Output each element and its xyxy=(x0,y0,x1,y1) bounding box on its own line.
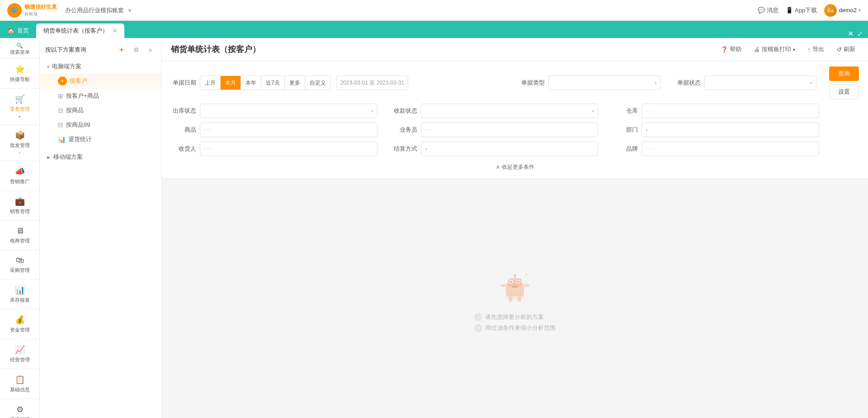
sidebar-item-inventory[interactable]: 📊 库存核算 xyxy=(0,280,39,309)
receiver-field[interactable]: ··· xyxy=(200,142,377,156)
header-left: 🐦 畅捷信好生意 标账版 办公用品行业模拟账套 ▾ xyxy=(7,3,131,18)
payment-label: 收款状态 xyxy=(392,107,417,115)
sidebar-search[interactable]: 🔍 搜索菜单 xyxy=(0,38,39,59)
print-dropdown-icon: ▾ xyxy=(793,47,795,52)
doc-type-arrow-icon: ▾ xyxy=(655,81,657,86)
svg-rect-11 xyxy=(524,284,529,287)
system-title: 办公用品行业模拟账套 xyxy=(65,6,124,14)
tab-close-icon[interactable]: ✕ xyxy=(113,28,117,34)
sidebar-item-finance[interactable]: 💰 资金管理 xyxy=(0,309,39,339)
window-close-icon[interactable]: ✕ xyxy=(848,29,854,38)
sidebar-item-marketing[interactable]: 📣 营销推广 xyxy=(0,161,39,191)
scheme-by-product[interactable]: ⊟ 按商品 xyxy=(40,103,161,118)
desktop-scheme-group: ▾ 电脑端方案 ● 按客户 ⊞ 按客户+商品 ⊟ 按商品 ⊟ 按商品99 📊 xyxy=(40,58,161,148)
empty-state-icon: ✦ ✦ xyxy=(492,262,538,308)
tab-sales-by-customer[interactable]: 销货单统计表（按客户） ✕ xyxy=(36,24,124,38)
salesperson-label: 业务员 xyxy=(392,126,417,134)
date-tab-current-year[interactable]: 本年 xyxy=(241,76,261,90)
avatar: Ea xyxy=(824,4,837,17)
svg-rect-13 xyxy=(518,296,521,302)
mobile-arrow-icon: ▶ xyxy=(47,155,51,160)
date-group: 上月 本月 本年 近7天 更多 自定义 xyxy=(200,76,331,90)
user-dropdown-icon: ▾ xyxy=(859,8,861,13)
empty-state: ✦ ✦ 1 请先选择要分析的方案 2 用过滤条件来缩小分析范围 xyxy=(474,262,556,335)
user-menu[interactable]: Ea demo2 ▾ xyxy=(824,4,861,17)
collapse-icon: ∧ xyxy=(496,164,500,170)
scheme-by-customer[interactable]: ● 按客户 xyxy=(40,73,161,89)
app-download-button[interactable]: 📱 App下载 xyxy=(786,6,817,14)
add-scheme-button[interactable]: + xyxy=(116,44,127,55)
doc-type-field[interactable]: ▾ xyxy=(548,76,660,90)
scheme-by-customer-product[interactable]: ⊞ 按客户+商品 xyxy=(40,89,161,103)
date-range-display[interactable]: 2023-03-01 至 2023-03-31 xyxy=(336,76,408,90)
help-button[interactable]: ❓ 帮助 xyxy=(717,43,745,55)
sidebar-item-basic[interactable]: 📋 基础信息 xyxy=(0,369,39,399)
home-icon: 🏠 xyxy=(7,28,14,34)
payment-field[interactable]: ▾ xyxy=(421,104,599,118)
header-right: 💬 消息 📱 App下载 Ea demo2 ▾ xyxy=(758,4,861,17)
date-tab-last-month[interactable]: 上月 xyxy=(200,76,221,90)
product-label: 商品 xyxy=(171,126,196,134)
warehouse-field[interactable]: ··· xyxy=(642,104,819,118)
doc-status-arrow-icon: ▾ xyxy=(810,81,812,86)
mobile-scheme-parent[interactable]: ▶ 移动端方案 xyxy=(40,150,161,164)
query-button[interactable]: 查询 xyxy=(829,66,859,81)
scheme-settings-button[interactable]: ⚙ xyxy=(131,44,142,55)
scheme-return-stats[interactable]: 📊 退货统计 xyxy=(40,132,161,147)
collapse-panel-button[interactable]: « xyxy=(145,44,156,55)
settlement-field[interactable]: ▾ xyxy=(421,142,599,156)
refresh-button[interactable]: ↺ 刷新 xyxy=(833,43,859,55)
sidebar-quick-nav[interactable]: ⭐ 快捷导航 xyxy=(0,59,39,89)
date-tab-custom[interactable]: 自定义 xyxy=(305,76,330,90)
content-area: 销货单统计表（按客户） ❓ 帮助 🖨 按模板打印 ▾ ↑ 导出 ↺ 刷新 xyxy=(162,38,868,418)
department-arrow-icon: ▾ xyxy=(646,128,648,133)
product-field[interactable]: ··· xyxy=(200,123,377,137)
svg-point-5 xyxy=(510,281,512,283)
filter-row-2: 出库状态 ▾ 收款状态 ▾ 仓库 ··· xyxy=(171,104,859,118)
scheme-by-product-99[interactable]: ⊟ 按商品99 xyxy=(40,118,161,132)
message-button[interactable]: 💬 消息 xyxy=(758,6,778,14)
brand-field[interactable]: ··· xyxy=(642,142,819,156)
main-layout: 🔍 搜索菜单 ⭐ 快捷导航 🛒 零售管理 ▾ 📦 批发管理 ▾ 📣 营销推广 💼… xyxy=(0,38,868,418)
export-button[interactable]: ↑ 导出 xyxy=(804,43,828,55)
sidebar-item-operations[interactable]: 📈 经营管理 xyxy=(0,339,39,369)
date-tab-last-7-days[interactable]: 近7天 xyxy=(261,76,285,90)
empty-tip-1: 1 请先选择要分析的方案 xyxy=(474,313,556,321)
sidebar-item-purchase[interactable]: 🛍 采购管理 xyxy=(0,250,39,280)
collapse-filter-button[interactable]: ∧ 收起更多条件 xyxy=(171,161,859,173)
salesperson-more-icon: ··· xyxy=(425,126,434,134)
date-tab-current-month[interactable]: 本月 xyxy=(221,76,241,90)
tab-home[interactable]: 🏠 首页 xyxy=(0,24,36,38)
sidebar-item-ecommerce[interactable]: 🖥 电商管理 xyxy=(0,221,39,250)
window-maximize-icon[interactable]: ⤢ xyxy=(857,30,863,38)
salesperson-field[interactable]: ··· xyxy=(421,123,599,137)
svg-point-6 xyxy=(518,281,519,283)
dropdown-arrow-icon[interactable]: ▾ xyxy=(128,7,131,14)
download-icon: 📱 xyxy=(786,7,793,14)
department-field[interactable]: ▾ xyxy=(642,123,819,137)
page-actions: ❓ 帮助 🖨 按模板打印 ▾ ↑ 导出 ↺ 刷新 xyxy=(717,43,859,61)
warehouse-more-icon: ··· xyxy=(646,107,654,115)
doc-status-field[interactable]: ▾ xyxy=(704,76,816,90)
desktop-scheme-parent[interactable]: ▾ 电脑端方案 xyxy=(40,60,161,73)
outbound-field[interactable]: ▾ xyxy=(200,104,377,118)
date-tab-more[interactable]: 更多 xyxy=(285,76,305,90)
filter-row-1: 单据日期 上月 本月 本年 近7天 更多 自定义 2023-03-01 至 20… xyxy=(171,66,859,99)
sidebar-item-wholesale[interactable]: 📦 批发管理 ▾ xyxy=(0,125,39,161)
payment-arrow-icon: ▾ xyxy=(592,109,594,114)
filter-area: 单据日期 上月 本月 本年 近7天 更多 自定义 2023-03-01 至 20… xyxy=(162,61,868,179)
svg-rect-7 xyxy=(512,286,518,288)
doc-status-label: 单据状态 xyxy=(675,79,701,87)
svg-text:✦: ✦ xyxy=(525,273,528,277)
top-header: 🐦 畅捷信好生意 标账版 办公用品行业模拟账套 ▾ 💬 消息 📱 App下载 E… xyxy=(0,0,868,21)
settlement-label: 结算方式 xyxy=(392,145,417,153)
sidebar-item-sales[interactable]: 💼 销售管理 xyxy=(0,191,39,221)
sidebar-item-system[interactable]: ⚙ 系统管理 xyxy=(0,399,39,418)
brand-label: 品牌 xyxy=(613,145,638,153)
settings-button[interactable]: 设置 xyxy=(829,85,859,99)
department-label: 部门 xyxy=(613,126,638,134)
template-print-button[interactable]: 🖨 按模板打印 ▾ xyxy=(750,43,799,55)
export-icon: ↑ xyxy=(808,46,811,53)
svg-text:✦: ✦ xyxy=(501,277,504,280)
sidebar-item-retail[interactable]: 🛒 零售管理 ▾ xyxy=(0,89,39,125)
